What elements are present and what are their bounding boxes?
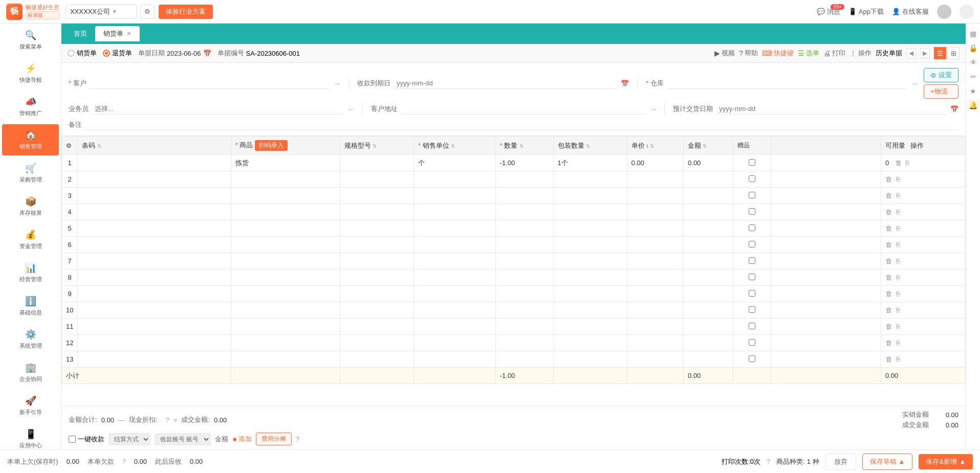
print-help-icon[interactable]: ? [767, 458, 770, 465]
row-qty[interactable] [495, 335, 553, 351]
row-barcode[interactable] [78, 269, 231, 286]
row-spec[interactable] [340, 188, 414, 204]
row-amount[interactable] [684, 188, 733, 204]
row-barcode[interactable] [78, 302, 231, 319]
row-qty[interactable] [495, 269, 553, 286]
copy-row-icon[interactable]: ⎘ [905, 159, 909, 167]
row-spec[interactable] [340, 269, 414, 286]
row-unit[interactable] [414, 237, 496, 253]
row-product[interactable] [231, 286, 340, 302]
copy-row-icon[interactable]: ⎘ [896, 224, 900, 232]
customer-input[interactable] [90, 78, 330, 89]
row-spec[interactable] [340, 302, 414, 319]
copy-row-icon[interactable]: ⎘ [896, 192, 900, 199]
row-gift[interactable] [733, 220, 771, 237]
salesperson-dots-icon[interactable]: ··· [349, 105, 354, 113]
sidebar-item-operation[interactable]: 📊 经营管理 [2, 257, 59, 288]
row-unit[interactable] [414, 188, 496, 204]
row-unit-price[interactable] [627, 188, 684, 204]
row-unit-price[interactable] [627, 302, 684, 319]
row-pack-qty[interactable] [553, 188, 627, 204]
overdue-help-icon[interactable]: ? [122, 458, 126, 465]
row-gift[interactable] [733, 204, 771, 220]
delivery-calendar-icon[interactable]: 📅 [950, 105, 959, 113]
row-product[interactable] [231, 302, 340, 319]
company-selector[interactable]: XXXXXX公司 ▼ [66, 5, 137, 19]
salesperson-input[interactable] [92, 103, 343, 115]
history-prev-icon[interactable]: ◀ [906, 48, 916, 58]
row-spec[interactable] [340, 171, 414, 188]
due-date-input[interactable] [394, 78, 618, 89]
list-view-button[interactable]: ☰ [934, 47, 946, 59]
avatar[interactable] [937, 5, 951, 19]
row-product[interactable] [231, 220, 340, 237]
row-barcode[interactable] [78, 220, 231, 237]
row-unit[interactable] [414, 220, 496, 237]
settings-icon[interactable]: ⚙ [140, 5, 155, 19]
tab-sales-order[interactable]: 销货单 ✕ [95, 26, 140, 41]
row-unit[interactable] [414, 286, 496, 302]
settlement-method-select[interactable]: 结算方式 [108, 433, 150, 445]
trial-button[interactable]: 体验行业方案 [159, 5, 213, 19]
row-unit[interactable] [414, 171, 496, 188]
sidebar-item-guide[interactable]: 🚀 新手引导 [2, 390, 59, 421]
rs-lock-icon[interactable]: 🔒 [967, 42, 979, 54]
logistics-button[interactable]: +物流 [924, 84, 959, 99]
row-pack-qty[interactable] [553, 286, 627, 302]
row-unit-price[interactable] [627, 253, 684, 269]
delete-row-icon[interactable]: 🗑 [895, 159, 902, 167]
delivery-date-input[interactable] [716, 103, 947, 115]
row-qty[interactable] [495, 171, 553, 188]
row-gift[interactable] [733, 171, 771, 188]
row-pack-qty[interactable] [553, 253, 627, 269]
date-calendar-icon[interactable]: 📅 [203, 50, 211, 57]
radio-sales[interactable]: 销货单 [68, 49, 97, 58]
row-amount[interactable] [684, 286, 733, 302]
row-amount[interactable] [684, 269, 733, 286]
sidebar-item-enterprise[interactable]: 🏢 企业协同 [2, 357, 59, 388]
copy-row-icon[interactable]: ⎘ [896, 355, 900, 363]
app-download-button[interactable]: 📱 App下载 [848, 7, 884, 16]
row-barcode[interactable] [78, 155, 231, 171]
sidebar-item-inventory[interactable]: 📦 库存核算 [2, 191, 59, 222]
delete-row-icon[interactable]: 🗑 [885, 192, 892, 199]
row-unit-price[interactable]: 0.00 [627, 155, 684, 171]
row-unit-price[interactable] [627, 237, 684, 253]
row-amount[interactable] [684, 171, 733, 188]
print-button[interactable]: 🖨 打印 [823, 49, 845, 58]
row-spec[interactable] [340, 237, 414, 253]
row-amount[interactable]: 0.00 [684, 155, 733, 171]
row-qty[interactable]: -1.00 [495, 155, 553, 171]
remarks-input[interactable] [85, 119, 959, 130]
row-product[interactable] [231, 253, 340, 269]
row-barcode[interactable] [78, 237, 231, 253]
row-barcode[interactable] [78, 286, 231, 302]
video-button[interactable]: ▶ 视频 [714, 49, 735, 58]
message-button[interactable]: 💬 消息 99+ [817, 7, 840, 16]
row-product[interactable] [231, 237, 340, 253]
grid-view-button[interactable]: ⊞ [947, 47, 960, 59]
copy-row-icon[interactable]: ⎘ [896, 339, 900, 347]
avatar-extra[interactable] [960, 5, 974, 19]
row-unit[interactable] [414, 204, 496, 220]
row-product[interactable] [231, 204, 340, 220]
rs-grid-icon[interactable]: ▦ [967, 28, 979, 40]
row-gift[interactable] [733, 253, 771, 269]
row-qty[interactable] [495, 302, 553, 319]
customer-address-input[interactable] [401, 103, 646, 115]
expense-split-button[interactable]: 费用分摊 [256, 433, 292, 445]
delete-row-icon[interactable]: 🗑 [885, 355, 892, 363]
sidebar-item-base[interactable]: ℹ️ 基础信息 [2, 290, 59, 322]
row-gift[interactable] [733, 302, 771, 319]
rs-edit-icon[interactable]: ✏ [967, 71, 979, 83]
row-pack-qty[interactable] [553, 269, 627, 286]
delete-row-icon[interactable]: 🗑 [885, 323, 892, 330]
row-spec[interactable] [340, 204, 414, 220]
copy-row-icon[interactable]: ⎘ [896, 274, 900, 281]
row-unit-price[interactable] [627, 319, 684, 335]
row-gift[interactable] [733, 335, 771, 351]
row-amount[interactable] [684, 351, 733, 368]
row-amount[interactable] [684, 302, 733, 319]
row-qty[interactable] [495, 286, 553, 302]
row-amount[interactable] [684, 319, 733, 335]
